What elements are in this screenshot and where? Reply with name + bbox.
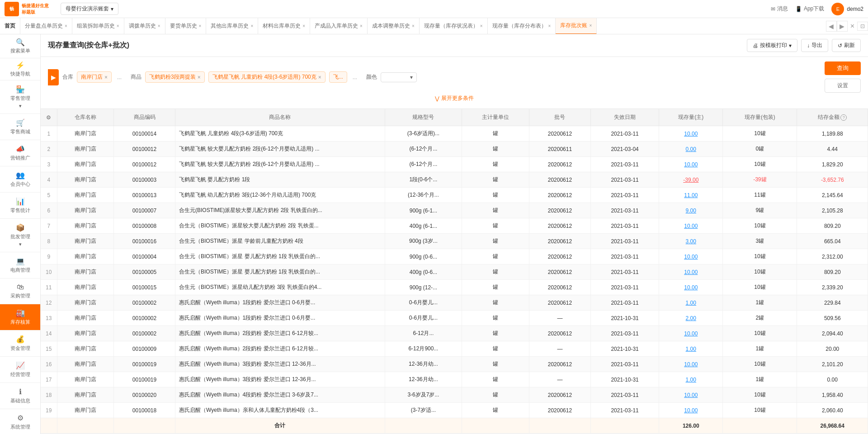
tab-transfer[interactable]: 调拨单历史 × [124,18,165,34]
product-filter-tag-2[interactable]: 飞鹤星飞帆 儿童奶粉 4段(3-6岁适用) 700克 × [208,71,326,83]
tab-stock-dist[interactable]: 现存量（库存分布表） × [488,18,556,34]
product-filter-tag-more[interactable]: 飞... [329,71,347,83]
cell-stock-main[interactable]: 1.00 [659,295,723,311]
cell-stock-main[interactable]: 10.00 [659,157,723,172]
sidebar-item-retail-shop[interactable]: 🛒 零售商城 [0,114,40,140]
cell-warehouse: 南岸门店 [57,172,114,188]
cell-no: 7 [41,218,57,234]
tab-requisition[interactable]: 要货单历史 × [165,18,207,34]
amount-info-icon[interactable]: ? [840,114,847,121]
close-icon[interactable]: × [250,24,253,28]
cell-batch: 20200612 [529,157,590,172]
cell-stock-main[interactable]: 10.00 [659,357,723,372]
close-icon[interactable]: × [412,24,415,28]
main-layout: 🔍 搜索菜单 ⚡ 快捷导航 🏪 零售管理 ▾ 🛒 零售商城 📣 营销推广 👥 会… [0,34,868,434]
cell-spec: 900g (3岁... [385,234,462,249]
print-button[interactable]: 🖨 按模板打印 ▾ [747,39,797,52]
remove-product-1-button[interactable]: × [198,74,201,80]
cell-stock-main[interactable]: 10.00 [659,249,723,264]
cell-stock-main[interactable]: 10.00 [659,218,723,234]
nav-close-all-button[interactable]: × [848,22,857,30]
tab-other-out[interactable]: 其他出库单历史 × [206,18,258,34]
sidebar-item-marketing[interactable]: 📣 营销推广 [0,140,40,166]
sidebar-item-quick-nav[interactable]: ⚡ 快捷导航 [0,58,40,80]
cell-stock-main[interactable]: 10.00 [659,126,723,142]
cell-stock-main[interactable]: 1.00 [659,341,723,357]
tab-material-out[interactable]: 材料出库单历史 × [258,18,310,34]
message-button[interactable]: ✉ 消息 [771,5,788,13]
sidebar-item-operations[interactable]: 📈 经营管理 [0,357,40,383]
cell-stock-main[interactable]: 0.00 [659,142,723,157]
sidebar-item-basic-info[interactable]: ℹ 基础信息 [0,383,40,409]
cell-stock-main[interactable]: 10.00 [659,326,723,341]
close-icon[interactable]: × [548,24,551,28]
color-filter-input[interactable]: ▾ [381,72,417,82]
export-button[interactable]: ↓ 导出 [801,39,828,52]
filter-expand-button[interactable]: ▶ [48,69,59,85]
close-icon[interactable]: × [589,23,592,28]
product-more-button[interactable]: ... [351,74,359,80]
settings-button[interactable]: 设置 [825,79,861,93]
close-icon[interactable]: × [199,24,202,28]
sidebar-item-wholesale[interactable]: 📦 批发管理 ▾ [0,219,40,252]
query-button[interactable]: 查询 [825,61,861,75]
cell-no: 2 [41,142,57,157]
tab-disassemble[interactable]: 组装拆卸单历史 × [72,18,124,34]
cell-stock-main[interactable]: 11.00 [659,188,723,203]
remove-product-2-button[interactable]: × [318,74,321,80]
system-label: 标题版 [22,9,49,15]
cell-stock-main[interactable]: -39.00 [659,172,723,188]
tab-split-inventory[interactable]: 分量盘点单历史 × [20,18,72,34]
total-empty-4 [385,418,462,434]
cell-spec: (3-7岁适... [385,403,462,418]
sidebar-item-member[interactable]: 👥 会员中心 [0,166,40,193]
cell-stock-main[interactable]: 10.00 [659,403,723,418]
sidebar-item-ecommerce[interactable]: 💻 电商管理 [0,252,40,278]
sidebar-item-finance[interactable]: 💰 资金管理 [0,330,40,357]
sidebar-item-purchase[interactable]: 🛍 采购管理 [0,278,40,304]
cell-stock-main[interactable]: 3.00 [659,234,723,249]
tab-cost-adjust[interactable]: 成本调整单历史 × [368,18,420,34]
cell-stock-pkg: 10罐 [723,218,797,234]
cell-code: 00100013 [114,188,175,203]
sidebar-item-inventory[interactable]: 🏭 库存核算 [0,304,40,330]
warehouse-more-button[interactable]: ... [115,74,123,80]
sidebar-item-search[interactable]: 🔍 搜索菜单 [0,34,40,58]
refresh-button[interactable]: ↺ 刷新 [832,39,861,52]
cell-stock-main[interactable]: 10.00 [659,387,723,403]
tab-batch-account[interactable]: 库存批次账 × [556,18,597,34]
cell-stock-main[interactable]: 10.00 [659,280,723,295]
tab-stock-status[interactable]: 现存量（库存状况表） × [420,18,488,34]
cell-stock-main[interactable]: 1.00 [659,372,723,387]
cell-code: 00100018 [114,403,175,418]
cell-stock-main[interactable]: 2.00 [659,311,723,326]
cell-amount: 20.00 [797,341,868,357]
close-icon[interactable]: × [158,24,160,28]
close-icon[interactable]: × [480,24,483,28]
nav-prev-button[interactable]: ◀ [826,21,837,32]
close-icon[interactable]: × [117,24,119,28]
expand-conditions-button[interactable]: ⋁ 展开更多条件 [435,94,474,102]
cell-spec: 900g (12-... [385,280,462,295]
warehouse-selector[interactable]: 母婴行业演示账套 ▾ [61,3,118,15]
nav-expand-button[interactable]: ⊡ [857,22,868,31]
tab-home[interactable]: 首页 [0,18,20,34]
close-icon[interactable]: × [360,24,363,28]
cell-expire: 2021-03-11 [590,280,659,295]
tab-product-in[interactable]: 产成品入库单历史 × [310,18,368,34]
nav-next-button[interactable]: ▶ [837,21,848,32]
cell-stock-main[interactable]: 9.00 [659,203,723,218]
sidebar-item-sys-mgmt[interactable]: ⚙ 系统管理 [0,409,40,434]
product-filter-tag-1[interactable]: 飞鹤奶粉3段两提装 × [145,71,205,83]
warehouse-filter-tag[interactable]: 南岸门店 × [77,71,112,83]
sidebar-item-retail-stats[interactable]: 📊 零售统计 [0,193,40,219]
close-icon[interactable]: × [65,24,67,28]
close-icon[interactable]: × [302,24,305,28]
remove-warehouse-button[interactable]: × [104,74,108,80]
sidebar-item-retail-mgmt[interactable]: 🏪 零售管理 ▾ [0,80,40,114]
cell-stock-main[interactable]: 10.00 [659,264,723,280]
cell-unit: 罐 [462,387,529,403]
th-settings[interactable]: ⚙ [41,109,57,126]
cell-stock-pkg: 9罐 [723,203,797,218]
app-download-button[interactable]: 📱 App下载 [795,5,824,13]
